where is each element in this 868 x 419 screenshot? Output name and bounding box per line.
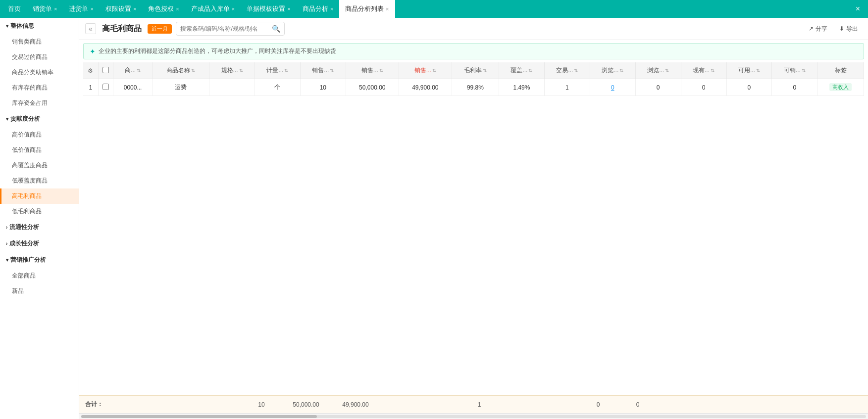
sidebar-group-overview[interactable]: ▾ 整体信息	[0, 18, 79, 34]
cell-sale2: 50,000.00	[346, 79, 399, 96]
nav-role[interactable]: 角色授权 ×	[142, 0, 185, 18]
cell-spec	[209, 79, 255, 96]
sidebar-item-high-coverage[interactable]: 高覆盖度商品	[0, 158, 79, 173]
notice-bar: ✦ 企业的主要的利润都是这部分商品创造的，可考虑加大推广，同时关注库存是不要出现…	[83, 43, 864, 59]
nav-sales[interactable]: 销货单 ×	[27, 0, 63, 18]
nav-close-sales[interactable]: ×	[54, 6, 57, 12]
col-unit[interactable]: 计量...⇅	[255, 62, 300, 79]
sidebar-group-contribution[interactable]: ▾ 贡献度分析	[0, 111, 79, 127]
cell-code: 0000...	[113, 79, 153, 96]
window-close-button[interactable]: ×	[850, 4, 866, 13]
sidebar-group-growth[interactable]: › 成长性分析	[0, 235, 79, 252]
top-navigation: 首页 销货单 × 进货单 × 权限设置 × 角色授权 × 产成品入库单 × 单据…	[0, 0, 868, 18]
cell-browse2: 0	[635, 79, 681, 96]
filter-tag-month[interactable]: 近一月	[148, 24, 172, 34]
scroll-track[interactable]	[81, 415, 866, 418]
main-layout: ▾ 整体信息 销售类商品 交易过的商品 商品分类助销率 有库存的商品 库存资金占…	[0, 18, 868, 419]
sidebar-item-traded-goods[interactable]: 交易过的商品	[0, 49, 79, 65]
select-all-checkbox[interactable]	[102, 67, 109, 73]
sidebar-group-liquidity[interactable]: › 流通性分析	[0, 219, 79, 235]
content-header: « 高毛利商品 近一月 🔍 ↗ 分享 ⬇ 导出	[79, 18, 868, 40]
horizontal-scrollbar[interactable]	[79, 413, 868, 419]
nav-home[interactable]: 首页	[2, 0, 27, 18]
nav-close-purchase[interactable]: ×	[90, 6, 93, 12]
nav-purchase[interactable]: 进货单 ×	[63, 0, 99, 18]
sidebar-item-low-value[interactable]: 低价值商品	[0, 142, 79, 158]
sidebar-group-marketing[interactable]: ▾ 营销推广分析	[0, 252, 79, 268]
nav-permission[interactable]: 权限设置 ×	[100, 0, 142, 18]
col-checkbox[interactable]	[98, 62, 113, 79]
search-input[interactable]	[180, 25, 272, 32]
col-name[interactable]: 商品名称⇅	[153, 62, 209, 79]
nav-product-analysis-list[interactable]: 商品分析列表 ×	[339, 0, 395, 18]
sidebar-item-sales-goods[interactable]: 销售类商品	[0, 34, 79, 49]
col-tag[interactable]: 标签	[817, 62, 864, 79]
header-actions: ↗ 分享 ⬇ 导出	[805, 23, 862, 35]
cell-sellable: 0	[772, 79, 817, 96]
footer-sale1: 10	[242, 401, 281, 408]
collapse-sidebar-button[interactable]: «	[85, 23, 96, 34]
col-code[interactable]: 商...⇅	[113, 62, 153, 79]
col-settings[interactable]: ⚙	[83, 62, 98, 79]
share-button[interactable]: ↗ 分享	[805, 23, 831, 35]
sidebar-item-stock-capital[interactable]: 库存资金占用	[0, 95, 79, 111]
footer-bar: 合计： 10 50,000.00 49,900.00 1 0 0	[79, 395, 868, 413]
col-coverage[interactable]: 覆盖...⇅	[499, 62, 544, 79]
page-title: 高毛利商品	[102, 24, 142, 34]
export-button[interactable]: ⬇ 导出	[835, 23, 862, 35]
col-sale2[interactable]: 销售...⇅	[346, 62, 399, 79]
footer-values: 10 50,000.00 49,900.00 1 0 0	[113, 401, 862, 408]
nav-template[interactable]: 单据模板设置 ×	[241, 0, 296, 18]
col-sellable[interactable]: 可销...⇅	[772, 62, 817, 79]
sidebar-item-low-margin[interactable]: 低毛利商品	[0, 204, 79, 219]
search-icon[interactable]: 🔍	[272, 25, 280, 33]
footer-sale3: 49,900.00	[331, 401, 380, 408]
cell-checkbox[interactable]	[98, 79, 113, 96]
cell-browse1[interactable]: 0	[590, 79, 635, 96]
footer-trade: 1	[460, 401, 499, 408]
table-wrapper: ⚙ 商...⇅ 商品名称⇅ 规格...⇅ 计量...⇅ 销售...⇅ 销售...…	[79, 62, 868, 395]
col-gross-margin[interactable]: 毛利率⇅	[452, 62, 499, 79]
footer-gross-empty	[380, 401, 420, 408]
col-current[interactable]: 现有...⇅	[681, 62, 726, 79]
nav-product-analysis[interactable]: 商品分析 ×	[297, 0, 339, 18]
col-browse1[interactable]: 浏览...⇅	[590, 62, 635, 79]
footer-empty-cols	[113, 401, 242, 408]
cell-available: 0	[726, 79, 772, 96]
footer-label: 合计：	[85, 400, 103, 409]
cell-tag: 高收入	[817, 79, 864, 96]
col-sale1[interactable]: 销售...⇅	[300, 62, 346, 79]
footer-coverage-empty	[420, 401, 460, 408]
col-spec[interactable]: 规格...⇅	[209, 62, 255, 79]
col-available[interactable]: 可用...⇅	[726, 62, 772, 79]
nav-close-permission[interactable]: ×	[133, 6, 136, 12]
search-box[interactable]: 🔍	[176, 22, 285, 36]
sidebar-item-high-value[interactable]: 高价值商品	[0, 127, 79, 142]
footer-browse1-empty	[499, 401, 539, 408]
nav-product-warehouse[interactable]: 产成品入库单 ×	[185, 0, 241, 18]
browse1-link[interactable]: 0	[611, 84, 614, 91]
table-header-row: ⚙ 商...⇅ 商品名称⇅ 规格...⇅ 计量...⇅ 销售...⇅ 销售...…	[83, 62, 864, 79]
col-trade[interactable]: 交易...⇅	[544, 62, 590, 79]
nav-close-product-analysis-list[interactable]: ×	[386, 6, 389, 12]
cell-name: 运费	[153, 79, 209, 96]
sidebar-item-new-goods[interactable]: 新品	[0, 283, 79, 299]
nav-close-product-warehouse[interactable]: ×	[232, 6, 235, 12]
nav-close-product-analysis[interactable]: ×	[330, 6, 333, 12]
sidebar-item-stock-goods[interactable]: 有库存的商品	[0, 80, 79, 95]
sidebar-item-low-coverage[interactable]: 低覆盖度商品	[0, 173, 79, 188]
col-sale3[interactable]: 销售...⇅	[399, 62, 452, 79]
nav-close-role[interactable]: ×	[176, 6, 179, 12]
nav-close-template[interactable]: ×	[287, 6, 290, 12]
cell-sale1: 10	[300, 79, 346, 96]
col-browse2[interactable]: 浏览...⇅	[635, 62, 681, 79]
scroll-thumb[interactable]	[81, 415, 317, 418]
sidebar-item-category-rate[interactable]: 商品分类助销率	[0, 65, 79, 80]
notice-icon: ✦	[90, 47, 96, 55]
row-checkbox[interactable]	[102, 84, 109, 90]
share-icon: ↗	[809, 25, 814, 32]
arrow-icon-3: ›	[6, 225, 7, 230]
arrow-icon-4: ›	[6, 241, 7, 246]
sidebar-item-high-margin[interactable]: 高毛利商品	[0, 188, 79, 204]
sidebar-item-all-goods[interactable]: 全部商品	[0, 268, 79, 283]
